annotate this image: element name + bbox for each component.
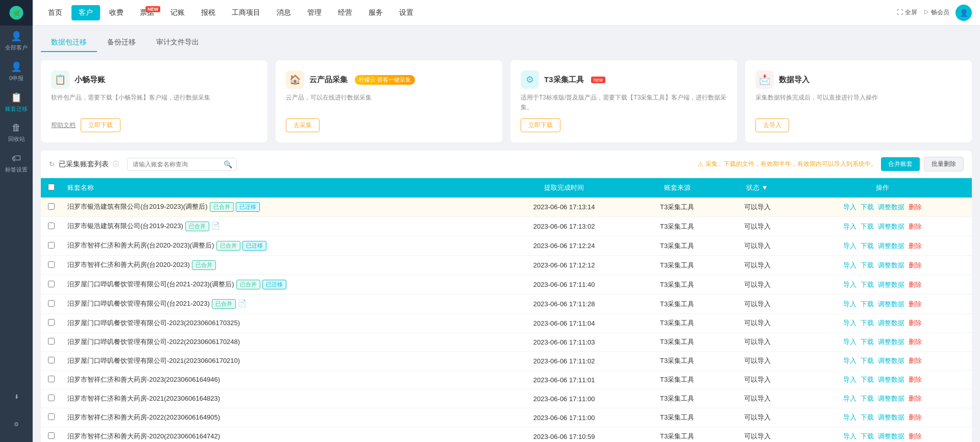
topnav-billing[interactable]: 收费 (102, 5, 131, 20)
row-checkbox[interactable] (48, 357, 55, 363)
row-download-btn[interactable]: 下载 (859, 280, 876, 289)
row-download-btn[interactable]: 下载 (859, 375, 876, 384)
row-delete-btn[interactable]: 删除 (906, 261, 924, 270)
row-delete-btn[interactable]: 删除 (906, 318, 924, 328)
row-adjust_data-btn[interactable]: 调整数据 (876, 356, 906, 365)
sidebar-item-user-settings[interactable]: ⚙ (0, 411, 33, 437)
row-adjust_data-btn[interactable]: 调整数据 (876, 203, 906, 212)
row-import-btn[interactable]: 导入 (841, 394, 859, 403)
tab-audit-export[interactable]: 审计文件导出 (146, 34, 209, 52)
row-checkbox[interactable] (48, 261, 55, 268)
row-adjust_data-btn[interactable]: 调整数据 (876, 241, 906, 251)
row-checkbox[interactable] (48, 338, 55, 345)
row-adjust_data-btn[interactable]: 调整数据 (876, 280, 906, 289)
topnav-tax[interactable]: 报税 (194, 5, 223, 20)
batch-delete-btn[interactable]: 批量删除 (924, 157, 964, 171)
topnav-accounting[interactable]: 记账 (163, 5, 192, 20)
row-import-btn[interactable]: 导入 (841, 203, 859, 212)
row-import-btn[interactable]: 导入 (841, 300, 859, 309)
row-delete-btn[interactable]: 删除 (906, 203, 924, 212)
row-delete-btn[interactable]: 删除 (906, 375, 924, 384)
row-download-btn[interactable]: 下载 (859, 394, 876, 403)
row-delete-btn[interactable]: 删除 (906, 337, 924, 347)
row-download-btn[interactable]: 下载 (859, 241, 876, 251)
row-adjust_data-btn[interactable]: 调整数据 (876, 222, 906, 231)
row-import-btn[interactable]: 导入 (841, 222, 859, 231)
tab-data-migrate[interactable]: 数据包迁移 (41, 34, 97, 52)
row-adjust_data-btn[interactable]: 调整数据 (876, 413, 906, 422)
list-help-icon[interactable]: ⓘ (113, 160, 119, 168)
sidebar-item-zero-report[interactable]: 👤 0申报 (0, 56, 33, 87)
refresh-icon[interactable]: ↻ (49, 160, 55, 168)
row-download-btn[interactable]: 下载 (859, 356, 876, 365)
row-checkbox[interactable] (48, 376, 55, 382)
topnav-message[interactable]: 消息 (270, 5, 298, 20)
row-download-btn[interactable]: 下载 (859, 432, 876, 441)
row-delete-btn[interactable]: 删除 (906, 280, 924, 289)
avatar[interactable]: 👤 (955, 5, 972, 21)
row-delete-btn[interactable]: 删除 (906, 394, 924, 403)
xiaochang-download-btn[interactable]: 立即下载 (81, 118, 120, 132)
row-delete-btn[interactable]: 删除 (906, 300, 924, 309)
search-input[interactable] (128, 159, 219, 170)
search-button[interactable]: 🔍 (219, 158, 236, 170)
row-adjust_data-btn[interactable]: 调整数据 (876, 432, 906, 441)
topnav-management[interactable]: 管理 (300, 5, 329, 20)
row-delete-btn[interactable]: 删除 (906, 432, 924, 441)
row-download-btn[interactable]: 下载 (859, 300, 876, 309)
row-delete-btn[interactable]: 删除 (906, 413, 924, 422)
row-checkbox[interactable] (48, 395, 55, 401)
row-adjust_data-btn[interactable]: 调整数据 (876, 300, 906, 309)
sidebar-item-account-migrate[interactable]: 📋 账套迁移 (0, 87, 33, 117)
sidebar-item-tag-settings[interactable]: 🏷 标签设置 (0, 148, 33, 179)
cloud-collect-btn[interactable]: 去采集 (286, 118, 320, 132)
import-go-btn[interactable]: 去导入 (755, 118, 789, 132)
topnav-client[interactable]: 客户 (71, 5, 100, 20)
row-adjust_data-btn[interactable]: 调整数据 (876, 394, 906, 403)
row-delete-btn[interactable]: 删除 (906, 241, 924, 251)
row-import-btn[interactable]: 导入 (841, 280, 859, 289)
sidebar-item-all-clients[interactable]: 👤 全部客户 (0, 26, 33, 56)
row-import-btn[interactable]: 导入 (841, 356, 859, 365)
row-adjust_data-btn[interactable]: 调整数据 (876, 337, 906, 347)
row-import-btn[interactable]: 导入 (841, 337, 859, 347)
row-checkbox[interactable] (48, 413, 55, 420)
select-all-checkbox[interactable] (48, 184, 55, 190)
row-import-btn[interactable]: 导入 (841, 432, 859, 441)
row-import-btn[interactable]: 导入 (841, 413, 859, 422)
row-checkbox[interactable] (48, 242, 55, 249)
row-delete-btn[interactable]: 删除 (906, 356, 924, 365)
row-checkbox[interactable] (48, 223, 55, 229)
merge-btn[interactable]: 合并账套 (881, 157, 920, 171)
sidebar-item-download[interactable]: ⬇ (0, 384, 33, 409)
row-adjust_data-btn[interactable]: 调整数据 (876, 318, 906, 328)
row-download-btn[interactable]: 下载 (859, 413, 876, 422)
member-btn[interactable]: ▷ 畅会员 (923, 8, 949, 17)
xiaochang-help-link[interactable]: 帮助文档 (51, 121, 76, 130)
topnav-service[interactable]: 服务 (361, 5, 390, 20)
topnav-home[interactable]: 首页 (41, 5, 69, 20)
row-adjust_data-btn[interactable]: 调整数据 (876, 375, 906, 384)
row-download-btn[interactable]: 下载 (859, 261, 876, 270)
row-adjust_data-btn[interactable]: 调整数据 (876, 261, 906, 270)
row-checkbox[interactable] (48, 281, 55, 287)
row-download-btn[interactable]: 下载 (859, 222, 876, 231)
topnav-operations[interactable]: 经营 (331, 5, 359, 20)
tab-backup-migrate[interactable]: 备份迁移 (97, 34, 146, 52)
t3-download-btn[interactable]: 立即下载 (521, 118, 560, 132)
topnav-invoice[interactable]: 票据NEW (133, 5, 161, 20)
row-import-btn[interactable]: 导入 (841, 261, 859, 270)
row-download-btn[interactable]: 下载 (859, 318, 876, 328)
sidebar-item-recycle[interactable]: 🗑 回收站 (0, 117, 33, 148)
row-checkbox[interactable] (48, 203, 55, 210)
row-download-btn[interactable]: 下载 (859, 337, 876, 347)
row-import-btn[interactable]: 导入 (841, 375, 859, 384)
row-import-btn[interactable]: 导入 (841, 241, 859, 251)
row-checkbox[interactable] (48, 319, 55, 326)
topnav-business[interactable]: 工商项目 (225, 5, 267, 20)
row-checkbox[interactable] (48, 432, 55, 439)
row-download-btn[interactable]: 下载 (859, 203, 876, 212)
topnav-settings[interactable]: 设置 (392, 5, 421, 20)
fullscreen-btn[interactable]: ⛶ 全屏 (897, 8, 917, 17)
row-checkbox[interactable] (48, 300, 55, 307)
